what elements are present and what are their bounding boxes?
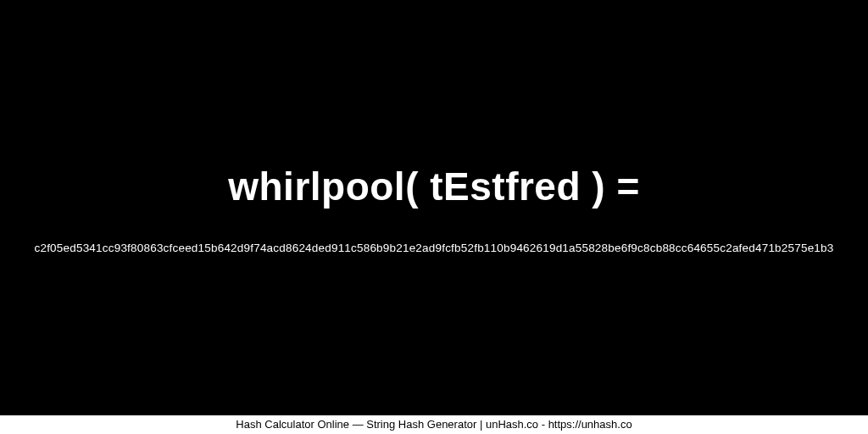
hash-output-value: c2f05ed5341cc93f80863cfceed15b642d9f74ac… [35, 242, 834, 254]
footer-text: Hash Calculator Online — String Hash Gen… [236, 418, 632, 431]
main-content: whirlpool( tEstfred ) = c2f05ed5341cc93f… [35, 164, 834, 254]
footer-bar: Hash Calculator Online — String Hash Gen… [0, 415, 868, 434]
hash-expression-heading: whirlpool( tEstfred ) = [228, 164, 640, 209]
